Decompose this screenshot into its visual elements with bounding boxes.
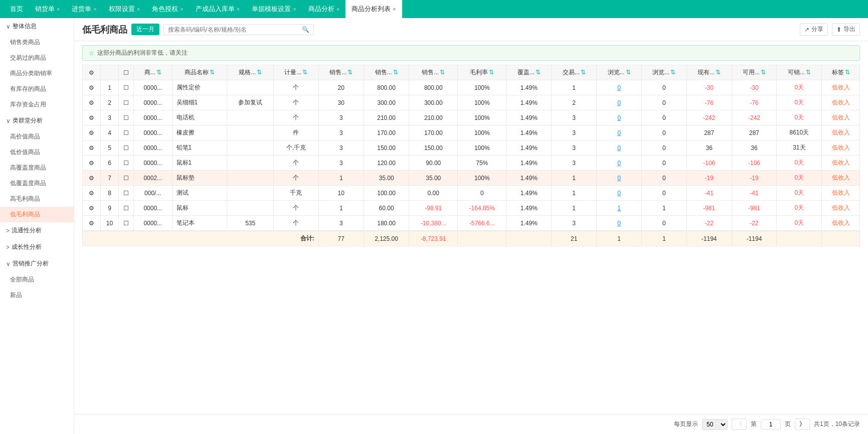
header-sales-profit[interactable]: 销售...⇅ — [409, 65, 458, 80]
gear-cell[interactable]: ⚙ — [83, 186, 101, 201]
sidebar-item-交易过的商品[interactable]: 交易过的商品 — [0, 50, 74, 66]
share-button[interactable]: ↗ 分享 — [800, 23, 828, 36]
period-button[interactable]: 近一月 — [131, 24, 159, 35]
sidebar-group-整体信息[interactable]: ∨整体信息 — [0, 18, 74, 35]
nav-item-销货单[interactable]: 销货单× — [29, 0, 66, 18]
header-trade[interactable]: 交易...⇅ — [552, 65, 597, 80]
gear-cell[interactable]: ⚙ — [83, 216, 101, 231]
view1-cell[interactable]: 1 — [597, 201, 642, 216]
header-gross-rate[interactable]: 毛利率⇅ — [458, 65, 506, 80]
next-page-button[interactable]: 》 — [795, 418, 810, 430]
sidebar-group-成长性分析[interactable]: >成长性分析 — [0, 239, 74, 255]
header-view2[interactable]: 浏览...⇅ — [641, 65, 686, 80]
header-gear[interactable]: ⚙ — [83, 65, 101, 80]
view1-cell[interactable]: 0 — [597, 140, 642, 156]
sidebar-item-低价值商品[interactable]: 低价值商品 — [0, 144, 74, 160]
header-saleable[interactable]: 可销...⇅ — [777, 65, 822, 80]
close-icon[interactable]: × — [137, 6, 140, 12]
prev-page-button[interactable]: 《 — [732, 418, 747, 430]
search-icon[interactable]: 🔍 — [302, 26, 309, 33]
nav-item-权限设置[interactable]: 权限设置× — [103, 0, 146, 18]
nav-item-进货单[interactable]: 进货单× — [66, 0, 102, 18]
checkbox-cell[interactable]: ☐ — [119, 156, 134, 171]
sidebar-item-库存资金占用[interactable]: 库存资金占用 — [0, 97, 74, 112]
gear-cell[interactable]: ⚙ — [83, 125, 101, 140]
checkbox-cell[interactable]: ☐ — [119, 110, 134, 125]
nav-item-产成品入库单[interactable]: 产成品入库单× — [190, 0, 246, 18]
sidebar-item-高毛利商品[interactable]: 高毛利商品 — [0, 191, 74, 207]
sidebar-item-高价值商品[interactable]: 高价值商品 — [0, 129, 74, 144]
view1-cell[interactable]: 0 — [597, 95, 642, 110]
seq-cell: 7 — [101, 171, 119, 186]
header-coverage[interactable]: 覆盖...⇅ — [506, 65, 552, 80]
header-current-stock[interactable]: 现有...⇅ — [686, 65, 732, 80]
sales-amount-cell: 210.00 — [364, 110, 409, 125]
header-code[interactable]: 商...⇅ — [134, 65, 172, 80]
sidebar-item-低覆盖度商品[interactable]: 低覆盖度商品 — [0, 176, 74, 191]
close-icon[interactable]: × — [57, 6, 60, 12]
header-tag[interactable]: 标签⇅ — [822, 65, 860, 80]
header-sales-count[interactable]: 销售...⇅ — [318, 65, 364, 80]
page-input[interactable] — [761, 419, 781, 429]
gear-cell[interactable]: ⚙ — [83, 156, 101, 171]
view1-cell[interactable]: 0 — [597, 216, 642, 231]
sidebar-group-类群堂分析[interactable]: ∨类群堂分析 — [0, 112, 74, 129]
checkbox-cell[interactable]: ☐ — [119, 186, 134, 201]
sidebar-item-低毛利商品[interactable]: 低毛利商品 — [0, 207, 74, 222]
sales-count-cell: 1 — [318, 201, 364, 216]
checkbox-cell[interactable]: ☐ — [119, 80, 134, 95]
header-name[interactable]: 商品名称⇅ — [172, 65, 227, 80]
page-size-select[interactable]: 50 100 200 — [702, 419, 728, 430]
view1-cell[interactable]: 0 — [597, 110, 642, 125]
view1-cell[interactable]: 0 — [597, 125, 642, 140]
checkbox-cell[interactable]: ☐ — [119, 171, 134, 186]
gear-cell[interactable]: ⚙ — [83, 110, 101, 125]
sidebar-item-销售类商品[interactable]: 销售类商品 — [0, 35, 74, 50]
export-button[interactable]: ⬆ 导出 — [832, 23, 860, 36]
gear-cell[interactable]: ⚙ — [83, 95, 101, 110]
nav-item-首页[interactable]: 首页 — [4, 0, 29, 18]
gross-rate-cell: 100% — [458, 171, 506, 186]
gear-cell[interactable]: ⚙ — [83, 80, 101, 95]
search-input[interactable] — [168, 26, 300, 33]
header-unit[interactable]: 计量...⇅ — [273, 65, 318, 80]
checkbox-cell[interactable]: ☐ — [119, 201, 134, 216]
view1-cell[interactable]: 0 — [597, 186, 642, 201]
checkbox-cell[interactable]: ☐ — [119, 216, 134, 231]
view1-cell[interactable]: 0 — [597, 156, 642, 171]
sidebar-item-有库存的商品[interactable]: 有库存的商品 — [0, 81, 74, 97]
nav-item-商品分析列表[interactable]: 商品分析列表× — [345, 0, 402, 18]
table-row: ⚙ 6 ☐ 0000... 鼠标1 个 3 120.00 90.00 75% 1… — [83, 156, 860, 171]
gear-cell[interactable]: ⚙ — [83, 201, 101, 216]
sidebar-item-全部商品[interactable]: 全部商品 — [0, 272, 74, 287]
header-view1[interactable]: 浏览...⇅ — [597, 65, 642, 80]
gear-cell[interactable]: ⚙ — [83, 171, 101, 186]
checkbox-cell[interactable]: ☐ — [119, 140, 134, 156]
sidebar-group-营销推广分析[interactable]: ∨营销推广分析 — [0, 255, 74, 272]
sidebar-group-流通性分析[interactable]: >流通性分析 — [0, 222, 74, 239]
nav-item-角色授权[interactable]: 角色授权× — [146, 0, 189, 18]
nav-item-单据模板设置[interactable]: 单据模板设置× — [246, 0, 302, 18]
gear-cell[interactable]: ⚙ — [83, 140, 101, 156]
coverage-cell: 1.49% — [506, 140, 552, 156]
nav-item-商品分析[interactable]: 商品分析× — [302, 0, 345, 18]
header-available[interactable]: 可用...⇅ — [732, 65, 777, 80]
sidebar-item-新品[interactable]: 新品 — [0, 287, 74, 303]
checkbox-cell[interactable]: ☐ — [119, 125, 134, 140]
header-sales-amount[interactable]: 销售...⇅ — [364, 65, 409, 80]
close-icon[interactable]: × — [293, 6, 296, 12]
view1-cell[interactable]: 0 — [597, 80, 642, 95]
sidebar-item-高覆盖度商品[interactable]: 高覆盖度商品 — [0, 160, 74, 176]
header-spec[interactable]: 规格...⇅ — [227, 65, 274, 80]
sales-amount-cell: 60.00 — [364, 201, 409, 216]
close-icon[interactable]: × — [336, 6, 339, 12]
sidebar-item-商品分类助销率[interactable]: 商品分类助销率 — [0, 66, 74, 81]
close-icon[interactable]: × — [237, 6, 240, 12]
close-icon[interactable]: × — [93, 6, 96, 12]
unit-cell: 个 — [273, 201, 318, 216]
view1-cell[interactable]: 0 — [597, 171, 642, 186]
close-icon[interactable]: × — [180, 6, 183, 12]
checkbox-cell[interactable]: ☐ — [119, 95, 134, 110]
close-icon[interactable]: × — [393, 6, 396, 12]
header-checkbox[interactable]: ☐ — [119, 65, 134, 80]
